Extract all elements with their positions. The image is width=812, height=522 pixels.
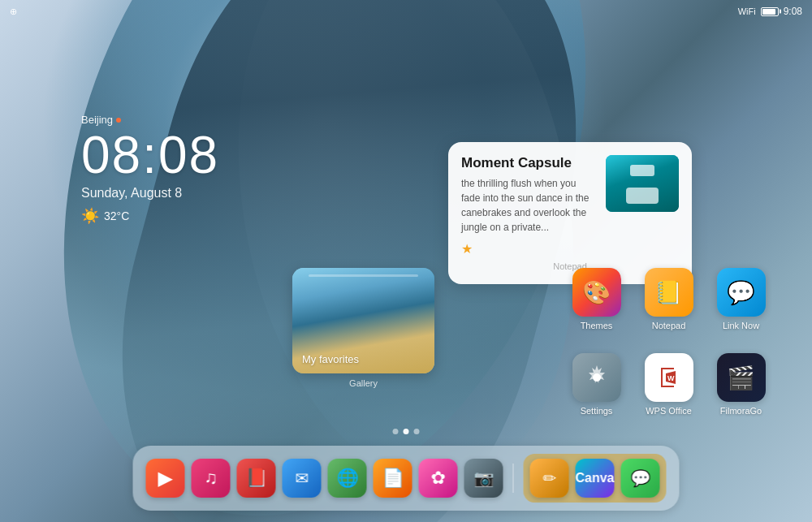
wifi-icon: WiFi [738,6,756,16]
gear-icon [583,364,611,391]
dock-music[interactable]: ♫ [192,459,231,498]
gallery-overlay-text: My favorites [302,353,359,365]
gallery-widget[interactable]: My favorites Gallery [292,268,434,388]
app-item-wps[interactable]: W WPS Office [638,353,699,416]
date-display: Sunday, August 8 [81,186,219,201]
dock-petal[interactable]: ✿ [419,459,458,498]
signal-icon: ⊕ [10,6,17,17]
notepad-header: Moment Capsule the thrilling flush when … [461,155,679,235]
app-item-linknow[interactable]: 💬 Link Now [710,268,771,330]
gallery-card: My favorites [292,268,434,373]
app-grid-row2: Settings W WPS Office 🎬 FilmoraGo [566,353,771,416]
wps-icon: W [645,353,693,402]
app-item-filmora[interactable]: 🎬 FilmoraGo [710,353,771,416]
city-row: Beijing [81,114,219,126]
status-bar: ⊕ WiFi 9:08 [0,0,812,23]
star-icon: ★ [461,241,473,257]
status-right: WiFi 9:08 [738,6,802,17]
dock-docs[interactable]: 📄 [374,459,412,498]
clock-time-status: 9:08 [784,6,802,17]
app-item-settings[interactable]: Settings [566,353,627,416]
notepad-label-app: Notepad [652,321,686,330]
dock-books[interactable]: 📕 [237,459,276,498]
notepad-icon: 📒 [645,268,693,317]
weather-row: ☀️ 32°C [81,207,219,225]
dock-messages[interactable]: 💬 [621,459,660,498]
dock-video[interactable]: ▶ [146,459,185,498]
page-dot-3[interactable] [414,429,420,434]
themes-icon: 🎨 [572,268,621,317]
wps-svg: W [654,363,684,392]
dock: ▶ ♫ 📕 ✉ 🌐 📄 ✿ 📷 ✏ Canva 💬 [133,446,680,511]
app-grid-row1: 🎨 Themes 📒 Notepad 💬 Link Now [566,268,771,330]
status-left: ⊕ [10,6,17,17]
settings-label: Settings [581,406,613,416]
wps-label: WPS Office [646,406,692,416]
battery-icon [761,7,779,16]
notepad-widget[interactable]: Moment Capsule the thrilling flush when … [448,142,692,284]
dock-browser[interactable]: 🌐 [328,459,367,498]
dock-pages[interactable]: ✏ [530,459,569,498]
time-display: 08:08 [81,129,219,181]
svg-text:W: W [667,374,675,382]
themes-label: Themes [581,321,613,330]
notepad-thumbnail [606,155,679,212]
page-dot-2[interactable] [404,429,409,434]
app-item-notepad[interactable]: 📒 Notepad [638,268,699,330]
notepad-text: Moment Capsule the thrilling flush when … [461,155,596,235]
temperature: 32°C [104,209,129,222]
linknow-label: Link Now [723,321,759,330]
linknow-icon: 💬 [717,268,766,317]
page-dot-1[interactable] [393,429,399,434]
dock-mail[interactable]: ✉ [283,459,322,498]
filmora-icon: 🎬 [717,353,766,402]
city-name: Beijing [81,114,113,126]
gallery-label: Gallery [292,378,434,388]
filmora-label: FilmoraGo [720,406,762,416]
notepad-footer: ★ [461,241,679,257]
notepad-title: Moment Capsule [461,155,596,171]
dock-canva[interactable]: Canva [576,459,615,498]
dock-pinned-group: ✏ Canva 💬 [524,454,667,503]
city-dot [116,118,121,123]
page-dots [393,429,420,434]
weather-icon: ☀️ [81,207,99,225]
clock-widget: Beijing 08:08 Sunday, August 8 ☀️ 32°C [81,114,219,225]
app-item-themes[interactable]: 🎨 Themes [566,268,627,330]
dock-camera[interactable]: 📷 [464,459,503,498]
settings-icon [572,353,621,402]
notepad-body: the thrilling flush when you fade into t… [461,176,596,235]
dock-divider [513,464,514,493]
